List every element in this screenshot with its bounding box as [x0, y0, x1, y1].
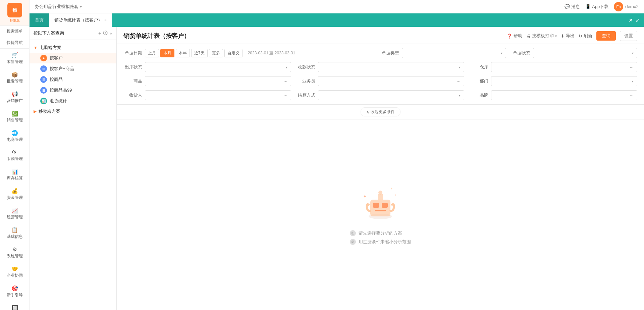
tab-home[interactable]: 首页	[30, 13, 49, 27]
filter-product-field: 商品 ···	[123, 76, 291, 86]
sidebar-item-basic[interactable]: 📋 基础信息	[0, 223, 29, 243]
sidebar-quick-nav[interactable]: 快捷导航	[0, 37, 29, 49]
scheme-by-product99[interactable]: ☰ 按商品品99	[30, 85, 116, 96]
tab-window-expand[interactable]: ⤢	[636, 17, 640, 23]
print-label: 按模板打印	[532, 33, 554, 39]
scheme-by-product[interactable]: ☰ 按商品	[30, 74, 116, 85]
brand-input[interactable]: ···	[491, 90, 637, 100]
newbie-icon: 🎯	[11, 285, 18, 292]
add-scheme-button[interactable]: +	[98, 31, 101, 36]
department-chevron: ▾	[632, 80, 634, 83]
sidebar-item-operation[interactable]: 📈 经营管理	[0, 204, 29, 223]
collapse-button[interactable]: ∧ 收起更多条件	[361, 107, 400, 116]
top-header: 办公用品行业模拟账套 ▾ 💬 消息 📱 App下载 Ea demo2	[30, 0, 644, 13]
sidebar-item-enterprise[interactable]: 🤝 企业协同	[0, 262, 29, 282]
sidebar-item-wholesale[interactable]: 📦 批发管理	[0, 68, 29, 88]
tab-close-icon[interactable]: ×	[104, 18, 107, 22]
scheme-refund-stats[interactable]: 📊 退货统计	[30, 96, 116, 106]
stock-status-input[interactable]: ▾	[145, 62, 291, 72]
scheme-customer-product[interactable]: ⊞ 按客户+商品	[30, 63, 116, 74]
sidebar-item-inventory[interactable]: 📊 库存核算	[0, 165, 29, 185]
system-icon: ⚙	[12, 246, 17, 253]
payment-status-input[interactable]: ▾	[318, 62, 464, 72]
sidebar-search[interactable]: 搜索菜单	[0, 26, 29, 37]
sidebar-item-apps[interactable]: 🔲 应用中心	[0, 301, 29, 310]
finance-icon: 💰	[11, 188, 18, 194]
order-type-input[interactable]: ▾	[402, 48, 506, 58]
page-header: 销货单统计表（按客户） ❓ 帮助 🖨 按模板打印 ▾ ⬇	[117, 27, 644, 44]
collapse-up-icon: ∧	[366, 110, 369, 114]
sidebar-item-finance[interactable]: 💰 资金管理	[0, 185, 29, 204]
sidebar-item-ecommerce[interactable]: 🌐 电商管理	[0, 126, 29, 146]
filter-area: 单据日期 上月 本月 本年 近7天 更多 自定义 2023-03-01 至 20…	[117, 44, 644, 105]
product-input[interactable]: ···	[145, 76, 291, 86]
svg-rect-7	[375, 210, 386, 211]
date-label: 单据日期	[123, 50, 142, 56]
date-more-btn[interactable]: 更多	[209, 49, 223, 57]
user-profile-action[interactable]: Ea demo2	[614, 2, 639, 11]
filter-row-1: 单据日期 上月 本月 本年 近7天 更多 自定义 2023-03-01 至 20…	[123, 48, 637, 58]
sidebar-item-marketing[interactable]: 📢 营销推广	[0, 88, 29, 107]
edit-scheme-button[interactable]	[103, 31, 108, 36]
mobile-group-header[interactable]: ▶ 移动端方案	[30, 106, 116, 116]
message-icon: 💬	[565, 4, 570, 9]
collapse-panel-button[interactable]: «	[110, 31, 112, 36]
refresh-label: 刷新	[584, 33, 592, 39]
app-download-icon: 📱	[585, 4, 591, 9]
warehouse-input[interactable]: ···	[491, 62, 637, 72]
staff-dots[interactable]: ···	[457, 79, 461, 84]
receiver-dots[interactable]: ···	[283, 93, 287, 98]
print-dropdown-icon[interactable]: ▾	[555, 34, 557, 38]
sidebar-item-retail-label: 零售管理	[7, 59, 23, 65]
sidebar-item-newbie[interactable]: 🎯 新手引导	[0, 282, 29, 301]
left-tree: ▼ 电脑端方案 ● 按客户 ⊞ 按客户+商品 ☰ 按商品	[30, 40, 116, 310]
department-input[interactable]: ▾	[491, 76, 637, 86]
order-status-input[interactable]: ▾	[533, 48, 637, 58]
print-button[interactable]: 🖨 按模板打印 ▾	[526, 33, 557, 39]
sidebar-item-system[interactable]: ⚙ 系统管理	[0, 243, 29, 262]
industry-dropdown-icon[interactable]: ▾	[80, 4, 82, 9]
tab-active[interactable]: 销货单统计表（按客户） ×	[49, 13, 112, 27]
settings-button[interactable]: 设置	[620, 31, 637, 41]
date-last7-btn[interactable]: 近7天	[191, 49, 208, 57]
query-button[interactable]: 查询	[596, 31, 616, 41]
purchase-icon: 🛍	[12, 149, 17, 155]
receiver-input[interactable]: ···	[145, 90, 291, 100]
app-download-action[interactable]: 📱 App下载	[585, 4, 608, 10]
export-label: 导出	[566, 33, 575, 39]
empty-tips: ① 请先选择要分析的方案 ② 用过滤条件来缩小分析范围	[350, 230, 411, 245]
svg-rect-5	[373, 203, 379, 208]
message-action[interactable]: 💬 消息	[565, 4, 580, 10]
filter-stock-status-field: 出库状态 ▾	[123, 62, 291, 72]
sidebar-item-sales[interactable]: 💹 销售管理	[0, 107, 29, 126]
svg-text:✦: ✦	[390, 187, 393, 190]
date-custom-btn[interactable]: 自定义	[224, 49, 243, 57]
sidebar-item-wholesale-label: 批发管理	[7, 79, 23, 84]
avatar-text: Ea	[616, 5, 621, 9]
apps-icon: 🔲	[11, 305, 18, 310]
staff-input[interactable]: ···	[318, 76, 464, 86]
filter-staff-field: 业务员 ···	[297, 76, 464, 86]
tab-window-close[interactable]: ✕	[629, 17, 633, 23]
filter-department-field: 部门 ▾	[470, 76, 637, 86]
sidebar-item-retail[interactable]: 🛒 零售管理	[0, 49, 29, 68]
scheme-by-customer[interactable]: ● 按客户	[30, 53, 116, 63]
sidebar-item-marketing-label: 营销推广	[7, 98, 23, 104]
brand-dots[interactable]: ···	[630, 93, 634, 98]
sidebar-logo: 畅 标准版	[0, 0, 29, 26]
warehouse-dots[interactable]: ···	[630, 64, 634, 70]
date-this-month-btn[interactable]: 本月	[160, 49, 174, 57]
date-last-month-btn[interactable]: 上月	[145, 49, 159, 57]
collapse-row: ∧ 收起更多条件	[117, 105, 644, 119]
date-this-year-btn[interactable]: 本年	[176, 49, 190, 57]
product-dots[interactable]: ···	[283, 79, 287, 84]
export-button[interactable]: ⬇ 导出	[561, 33, 575, 39]
empty-tip-1: ① 请先选择要分析的方案	[350, 230, 411, 236]
logo-icon: 畅	[7, 3, 22, 17]
sidebar-item-purchase[interactable]: 🛍 采购管理	[0, 146, 29, 165]
help-button[interactable]: ❓ 帮助	[507, 33, 522, 39]
settlement-input[interactable]: ▾	[318, 90, 464, 100]
desktop-group-header[interactable]: ▼ 电脑端方案	[30, 43, 116, 53]
refresh-button[interactable]: ↻ 刷新	[579, 33, 592, 39]
mobile-group-expand-icon: ▶	[34, 109, 37, 114]
